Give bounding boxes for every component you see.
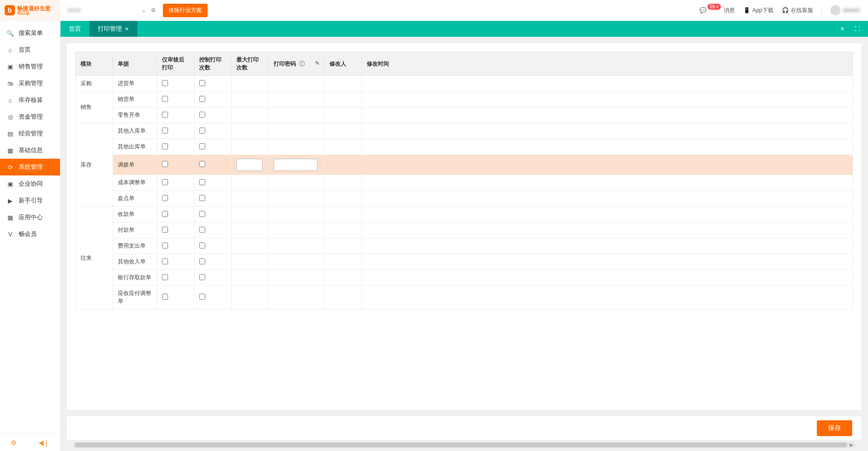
control-count-checkbox[interactable] <box>199 112 205 118</box>
cell-control-count <box>195 123 232 139</box>
only-after-audit-checkbox[interactable] <box>162 96 168 102</box>
scrollbar-arrow-right-icon[interactable]: ▶ <box>850 443 853 447</box>
tab-close-icon[interactable]: ✕ <box>125 26 129 32</box>
messages-icon: 💬 <box>700 7 707 13</box>
user-menu[interactable]: ■■■■■ <box>830 5 860 15</box>
cell-module: 库存 <box>76 123 113 207</box>
control-count-checkbox[interactable] <box>199 179 205 185</box>
control-count-checkbox[interactable] <box>199 227 205 233</box>
only-after-audit-checkbox[interactable] <box>162 112 168 118</box>
control-count-checkbox[interactable] <box>199 80 205 86</box>
sidebar-item-label: 采购管理 <box>19 79 43 88</box>
cell-only-after-audit <box>157 108 195 123</box>
sidebar-item-sales-mgmt[interactable]: ▣销售管理 <box>0 58 60 75</box>
only-after-audit-checkbox[interactable] <box>162 211 168 217</box>
cell-only-after-audit <box>157 286 195 310</box>
sidebar-item-beginner-guide[interactable]: ▶新手引导 <box>0 192 60 209</box>
cell-control-count <box>195 286 232 310</box>
tab-close-all-icon[interactable]: ✕ <box>838 25 847 33</box>
tab-打印管理[interactable]: 打印管理✕ <box>89 21 137 37</box>
only-after-audit-checkbox[interactable] <box>162 128 168 134</box>
avatar-icon <box>830 5 841 15</box>
sidebar-settings-icon[interactable]: ⚙ <box>11 439 17 446</box>
cell-document: 盘点单 <box>113 191 157 207</box>
control-count-checkbox[interactable] <box>199 274 205 280</box>
tenant-name: ■■■■ <box>67 7 81 13</box>
sidebar-item-basic-info[interactable]: ▦基础信息 <box>0 142 60 159</box>
table-row: 其他收入单 <box>76 254 853 270</box>
purchase-mgmt-icon: 🛍 <box>7 80 14 87</box>
control-count-checkbox[interactable] <box>199 242 205 249</box>
only-after-audit-checkbox[interactable] <box>162 258 168 264</box>
horizontal-scrollbar[interactable]: ▶ <box>74 442 855 448</box>
cell-modifier <box>325 175 362 191</box>
sidebar-item-operation-mgmt[interactable]: ▤经营管理 <box>0 125 60 142</box>
online-service-link[interactable]: 🎧 在线客服 <box>782 7 813 14</box>
sidebar-collapse-icon[interactable]: ◀❘ <box>39 439 49 446</box>
cell-control-count <box>195 76 232 92</box>
cell-modified-time <box>362 286 853 310</box>
messages-link[interactable]: 💬 99 + 消息 <box>700 7 735 14</box>
only-after-audit-checkbox[interactable] <box>162 161 168 167</box>
only-after-audit-checkbox[interactable] <box>162 294 168 300</box>
control-count-checkbox[interactable] <box>199 211 205 217</box>
cell-max-count <box>232 175 269 191</box>
sidebar-item-funds-mgmt[interactable]: ◎资金管理 <box>0 108 60 125</box>
max-count-input[interactable] <box>236 159 262 171</box>
only-after-audit-checkbox[interactable] <box>162 195 168 201</box>
help-icon[interactable]: ⓘ <box>299 61 305 67</box>
tab-首页[interactable]: 首页 <box>61 21 89 37</box>
industry-plan-button[interactable]: 体验行业方案 <box>163 4 208 17</box>
cell-document: 销货单 <box>113 92 157 108</box>
sidebar-item-app-center[interactable]: ▦应用中心 <box>0 209 60 226</box>
table-row: 付款单 <box>76 222 853 238</box>
tenant-settings-icon[interactable]: ⚙ <box>151 7 156 13</box>
print-password-input[interactable] <box>274 159 317 171</box>
only-after-audit-checkbox[interactable] <box>162 242 168 249</box>
edit-password-icon[interactable]: ✎ <box>315 60 320 67</box>
save-button[interactable]: 保存 <box>817 420 852 436</box>
only-after-audit-checkbox[interactable] <box>162 179 168 185</box>
cell-print-password <box>269 222 325 238</box>
tenant-dropdown-caret[interactable]: ⌄ <box>141 7 146 13</box>
fullscreen-icon[interactable]: ⛶ <box>853 25 861 33</box>
cell-module: 往来 <box>76 207 113 310</box>
only-after-audit-checkbox[interactable] <box>162 274 168 280</box>
logo-subtitle: 精品版 <box>17 11 51 15</box>
sidebar-item-search-menu[interactable]: 🔍搜索菜单 <box>0 25 60 41</box>
cell-document: 其他入库单 <box>113 123 157 139</box>
th-modified-time: 修改时间 <box>362 52 853 76</box>
cell-control-count <box>195 191 232 207</box>
cell-control-count <box>195 139 232 155</box>
control-count-checkbox[interactable] <box>199 96 205 102</box>
sidebar-item-home[interactable]: ⌂首页 <box>0 41 60 58</box>
control-count-checkbox[interactable] <box>199 143 205 149</box>
only-after-audit-checkbox[interactable] <box>162 143 168 149</box>
control-count-checkbox[interactable] <box>199 195 205 201</box>
cell-control-count <box>195 207 232 222</box>
cell-document: 收款单 <box>113 207 157 222</box>
scrollbar-thumb[interactable] <box>75 443 847 447</box>
table-row: 往来收款单 <box>76 207 853 222</box>
app-download-link[interactable]: 📱 App下载 <box>743 7 773 14</box>
sidebar-item-enterprise-collab[interactable]: ▣企业协同 <box>0 175 60 192</box>
cell-only-after-audit <box>157 155 195 175</box>
sidebar-item-membership[interactable]: V畅会员 <box>0 226 60 242</box>
table-row: 销售销货单 <box>76 92 853 108</box>
cell-modified-time <box>362 139 853 155</box>
cell-print-password <box>269 155 325 175</box>
cell-max-count <box>232 286 269 310</box>
sidebar-item-system-mgmt[interactable]: ⟳系统管理 <box>0 159 60 175</box>
logo[interactable]: b 畅捷通好生意 精品版 <box>0 0 61 21</box>
cell-max-count <box>232 222 269 238</box>
sidebar-item-inventory-accounting[interactable]: ⌂库存核算 <box>0 92 60 108</box>
control-count-checkbox[interactable] <box>199 128 205 134</box>
cell-document: 调拨单 <box>113 155 157 175</box>
only-after-audit-checkbox[interactable] <box>162 80 168 86</box>
sidebar-item-purchase-mgmt[interactable]: 🛍采购管理 <box>0 75 60 92</box>
control-count-checkbox[interactable] <box>199 294 205 300</box>
control-count-checkbox[interactable] <box>199 161 205 167</box>
cell-modified-time <box>362 123 853 139</box>
control-count-checkbox[interactable] <box>199 258 205 264</box>
only-after-audit-checkbox[interactable] <box>162 227 168 233</box>
